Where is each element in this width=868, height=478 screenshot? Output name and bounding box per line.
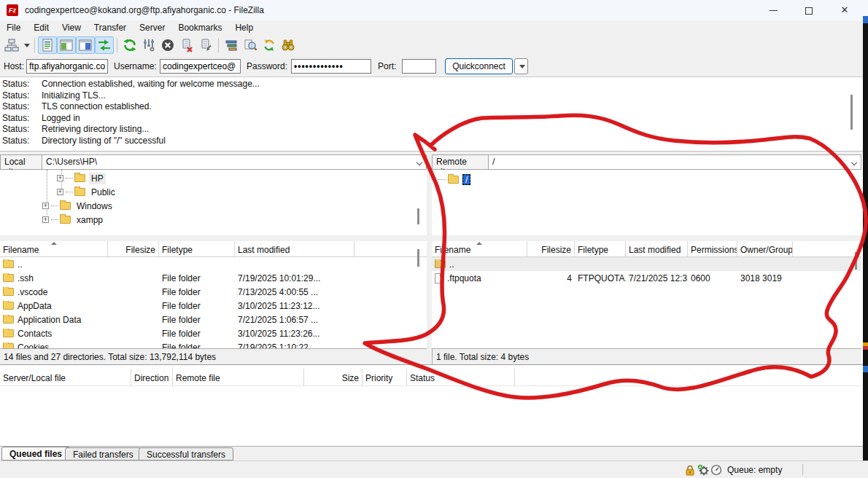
file-row[interactable]: .ftpquota 4FTPQUOTA...7/21/2025 12:3...0… xyxy=(432,271,861,285)
file-row[interactable]: .. xyxy=(432,257,861,271)
tree-item-label[interactable]: Public xyxy=(89,187,117,198)
menu-edit[interactable]: Edit xyxy=(27,20,55,35)
file-row[interactable]: AppData File folder3/10/2025 11:23:12... xyxy=(0,299,427,313)
queue-header-priority[interactable]: Priority xyxy=(363,369,407,385)
horizontal-splitter[interactable] xyxy=(0,235,868,241)
minimize-button[interactable] xyxy=(761,0,786,20)
synchronized-browsing-icon xyxy=(262,38,276,52)
file-row[interactable]: .ssh File folder7/19/2025 10:01:29... xyxy=(0,271,427,285)
log-message: Retrieving directory listing... xyxy=(42,124,149,134)
tab-successful-transfers[interactable]: Successful transfers xyxy=(139,447,233,461)
expand-icon[interactable]: + xyxy=(42,203,49,209)
filezilla-app-icon: Fz xyxy=(7,4,18,16)
chevron-down-icon xyxy=(519,65,525,68)
process-queue-button[interactable] xyxy=(139,36,158,54)
column-header-modified[interactable]: Last modified xyxy=(626,241,688,256)
filter-button[interactable] xyxy=(222,36,241,54)
queue-header-remote-file[interactable]: Remote file xyxy=(173,369,304,385)
tree-item-label-selected[interactable]: / xyxy=(462,174,470,185)
list-scrollbar[interactable] xyxy=(417,249,419,267)
column-header-modified[interactable]: Last modified xyxy=(235,241,354,256)
menu-file[interactable]: File xyxy=(0,20,27,35)
synchronized-browsing-button[interactable] xyxy=(260,36,279,54)
host-input[interactable] xyxy=(26,59,108,74)
expand-icon[interactable]: + xyxy=(42,216,49,223)
expand-icon[interactable]: + xyxy=(57,189,63,195)
log-status-label: Status: xyxy=(2,124,29,134)
lock-icon[interactable] xyxy=(684,464,696,478)
quickconnect-button[interactable]: Quickconnect xyxy=(445,58,513,74)
column-header-permissions[interactable]: Permissions xyxy=(688,241,737,256)
column-header-filesize[interactable]: Filesize xyxy=(108,241,159,256)
password-input[interactable] xyxy=(291,59,371,74)
queue-header-direction[interactable]: Direction xyxy=(131,369,173,385)
refresh-button[interactable] xyxy=(120,36,139,54)
vertical-splitter[interactable] xyxy=(427,154,432,364)
list-scrollbar[interactable] xyxy=(855,252,857,270)
folder-icon xyxy=(3,343,14,348)
settings-gear-icon[interactable]: A xyxy=(697,464,709,478)
reconnect-icon xyxy=(198,38,213,52)
tree-item-public[interactable]: + Public xyxy=(57,186,117,198)
cancel-button[interactable] xyxy=(158,36,177,54)
tree-scrollbar[interactable] xyxy=(417,208,419,224)
tree-item-xampp[interactable]: + xampp xyxy=(42,213,105,226)
menu-server[interactable]: Server xyxy=(133,20,171,35)
file-row[interactable]: Application Data File folder7/21/2025 1:… xyxy=(0,313,427,326)
log-message: Directory listing of "/" successful xyxy=(42,136,166,146)
menu-transfer[interactable]: Transfer xyxy=(88,20,133,35)
queue-header-local-file[interactable]: Server/Local file xyxy=(0,369,131,385)
column-header-filetype[interactable]: Filetype xyxy=(575,241,626,256)
expand-icon[interactable]: + xyxy=(57,175,63,181)
username-input[interactable] xyxy=(160,59,241,74)
compare-button[interactable] xyxy=(241,36,260,54)
disconnect-button[interactable] xyxy=(177,36,196,54)
menu-help[interactable]: Help xyxy=(228,20,260,35)
column-header-filesize[interactable]: Filesize xyxy=(527,241,575,256)
remote-status-bar: 1 file. Total size: 4 bytes xyxy=(432,348,861,364)
tree-item-hp[interactable]: + HP xyxy=(57,172,106,184)
toggle-remote-tree-button[interactable] xyxy=(76,36,95,54)
reconnect-button[interactable] xyxy=(196,36,215,54)
column-header-filename[interactable]: Filename xyxy=(432,241,527,256)
tab-failed-transfers[interactable]: Failed transfers xyxy=(65,447,142,461)
local-directory-tree: + HP + Public + Windows + xampp xyxy=(0,170,427,235)
toggle-log-button[interactable] xyxy=(38,36,57,54)
tree-item-label[interactable]: xampp xyxy=(74,214,105,226)
queue-header-size[interactable]: Size xyxy=(304,369,363,385)
log-scrollbar[interactable] xyxy=(850,95,853,130)
port-input[interactable] xyxy=(402,59,436,74)
column-header-owner[interactable]: Owner/Group xyxy=(737,241,793,256)
menu-view[interactable]: View xyxy=(55,20,88,35)
tree-item-root[interactable]: / xyxy=(438,173,470,186)
file-row[interactable]: .vscode File folder7/13/2025 4:00:55 ... xyxy=(0,285,427,299)
title-bar: Fz codingexpertceo@kokand.org@ftp.afiyah… xyxy=(0,0,868,20)
speed-limits-icon[interactable] xyxy=(710,464,722,478)
remote-file-list: Filename Filesize Filetype Last modified… xyxy=(432,241,861,348)
menu-bookmarks[interactable]: Bookmarks xyxy=(171,20,228,35)
find-button[interactable] xyxy=(279,36,298,54)
maximize-button[interactable] xyxy=(797,0,821,20)
close-button[interactable]: ✕ xyxy=(832,0,857,20)
local-status-bar: 14 files and 27 directories. Total size:… xyxy=(0,348,427,364)
column-header-filetype[interactable]: Filetype xyxy=(159,241,235,256)
log-message: Connection established, waiting for welc… xyxy=(42,79,260,89)
cancel-icon xyxy=(160,38,175,52)
quickconnect-bar: Host: Username: Password: Port: Quickcon… xyxy=(0,55,868,77)
local-path-combobox[interactable]: C:\Users\HP\ xyxy=(42,154,427,170)
toggle-queue-button[interactable] xyxy=(95,36,114,54)
tab-queued-files[interactable]: Queued files xyxy=(1,447,70,461)
quickconnect-dropdown[interactable] xyxy=(514,58,528,74)
site-manager-dropdown[interactable] xyxy=(21,36,31,54)
site-manager-button[interactable] xyxy=(2,36,21,54)
file-row[interactable]: .. xyxy=(0,257,427,271)
tree-item-label[interactable]: Windows xyxy=(74,200,115,212)
tree-item-windows[interactable]: + Windows xyxy=(42,200,115,212)
column-header-filename[interactable]: Filename xyxy=(0,241,108,256)
toggle-local-tree-button[interactable] xyxy=(57,36,76,54)
queue-header-status[interactable]: Status xyxy=(407,369,515,385)
file-row-partial[interactable]: Cookies File folder7/19/2025 1:10:22... xyxy=(0,340,427,348)
file-row[interactable]: Contacts File folder3/10/2025 11:23:26..… xyxy=(0,326,427,340)
tree-item-label[interactable]: HP xyxy=(89,173,106,184)
remote-path-combobox[interactable]: / xyxy=(489,154,861,170)
